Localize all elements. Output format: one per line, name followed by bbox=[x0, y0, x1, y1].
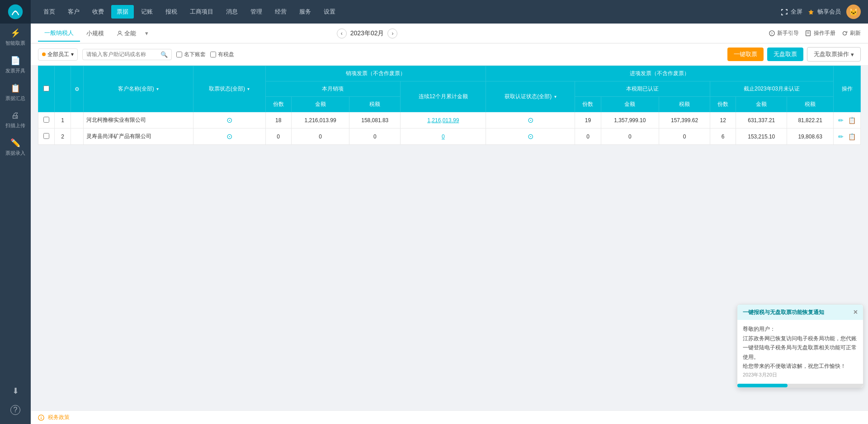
check-tax-label[interactable]: 有税盘 bbox=[210, 51, 234, 58]
tab-small-scale[interactable]: 小规模 bbox=[80, 26, 110, 41]
notification-popup: 一键报税与无盘取票功能恢复通知 × 尊敬的用户：江苏政务网已恢复访问电子税务局功… bbox=[737, 304, 863, 388]
row-recognized-fetch-status: ⊙ bbox=[486, 112, 575, 129]
row-current-count: 0 bbox=[265, 129, 291, 145]
topnav-business[interactable]: 工商项目 bbox=[184, 5, 219, 19]
tab-general-taxpayer[interactable]: 一般纳税人 bbox=[38, 25, 80, 42]
sidebar-item-download[interactable]: ⬇ bbox=[0, 381, 31, 400]
notif-close-button[interactable]: × bbox=[854, 308, 858, 316]
sidebar: ⚡ 智能取票 📄 发票开具 📋 票据汇总 🖨 扫描上传 ✏️ 票据录入 ⬇ ? bbox=[0, 0, 31, 424]
sidebar-item-scan-upload[interactable]: 🖨 扫描上传 bbox=[0, 106, 31, 133]
tab-more-arrow[interactable]: ▾ bbox=[142, 28, 151, 38]
current-period: 2023年02月 bbox=[350, 29, 384, 38]
th-current-period-recognized: 本税期已认证 bbox=[575, 81, 710, 97]
notif-scrollbar-thumb bbox=[737, 384, 788, 387]
employee-select[interactable]: 全部员工 ▾ bbox=[38, 48, 78, 61]
table-row: 2 灵寿县尚泽矿产品有限公司 ⊙ 0 0 0 0 ⊙ 0 0 0 6 153,2… bbox=[38, 129, 861, 145]
th-sales-tax: 税额 bbox=[349, 97, 401, 112]
employee-label: 全部员工 bbox=[47, 51, 69, 58]
fetch-status-filter-icon[interactable]: ▾ bbox=[247, 86, 250, 91]
check-account-label[interactable]: 名下账套 bbox=[176, 51, 206, 58]
row-select-checkbox[interactable] bbox=[43, 133, 49, 139]
scan-upload-icon: 🖨 bbox=[11, 111, 19, 120]
user-avatar[interactable]: 🐱 bbox=[846, 5, 861, 19]
topnav-customer[interactable]: 客户 bbox=[62, 5, 85, 19]
topnav-manage[interactable]: 管理 bbox=[245, 5, 268, 19]
topnav-operate[interactable]: 经营 bbox=[269, 5, 292, 19]
fetch-status-check-icon: ⊙ bbox=[226, 116, 232, 124]
cumulative-link[interactable]: 0 bbox=[442, 133, 445, 140]
row-edit-button[interactable]: ✏ bbox=[838, 133, 844, 140]
row-unrecognized-amount: 153,215.10 bbox=[736, 129, 787, 145]
row-current-amount: 1,216,013.99 bbox=[291, 112, 349, 129]
no-disk-ops-button[interactable]: 无盘取票操作 ▾ bbox=[807, 47, 861, 62]
refresh-btn[interactable]: 刷新 bbox=[842, 29, 861, 37]
notif-content-line: 尊敬的用户： bbox=[743, 324, 858, 333]
th-unrecognized-count: 份数 bbox=[710, 97, 736, 112]
topnav-home[interactable]: 首页 bbox=[38, 5, 61, 19]
select-all-checkbox[interactable] bbox=[43, 86, 49, 91]
prev-period-btn[interactable]: ‹ bbox=[337, 29, 347, 38]
next-period-btn[interactable]: › bbox=[387, 29, 397, 38]
sidebar-item-smart-fetch[interactable]: ⚡ 智能取票 bbox=[0, 24, 31, 51]
manual-btn[interactable]: 操作手册 bbox=[805, 29, 835, 37]
check-account-checkbox[interactable] bbox=[176, 52, 182, 57]
download-icon: ⬇ bbox=[12, 386, 19, 396]
row-edit-button[interactable]: ✏ bbox=[838, 117, 844, 124]
invoice-summary-icon: 📋 bbox=[10, 83, 20, 93]
sidebar-item-issue-invoice[interactable]: 📄 发票开具 bbox=[0, 51, 31, 79]
tax-policy-link[interactable]: 税务政策 bbox=[48, 414, 70, 421]
no-disk-fetch-button[interactable]: 无盘取票 bbox=[767, 48, 803, 61]
row-current-amount: 0 bbox=[291, 129, 349, 145]
vip-btn[interactable]: 畅享会员 bbox=[808, 8, 841, 16]
row-select-checkbox[interactable] bbox=[43, 117, 49, 123]
cumulative-link[interactable]: 1,216,013.99 bbox=[427, 117, 459, 124]
notif-scrollbar[interactable] bbox=[737, 384, 863, 387]
sidebar-item-invoice-entry[interactable]: ✏️ 票据录入 bbox=[0, 133, 31, 161]
row-recognized-tax: 0 bbox=[659, 129, 710, 145]
fullscreen-btn[interactable]: 全屏 bbox=[781, 8, 803, 16]
check-tax-checkbox[interactable] bbox=[210, 52, 216, 57]
sidebar-item-label: 智能取票 bbox=[5, 40, 25, 47]
row-view-button[interactable]: 📋 bbox=[848, 117, 856, 124]
row-unrecognized-count: 6 bbox=[710, 129, 736, 145]
th-settings[interactable]: ⚙ bbox=[71, 66, 84, 112]
topnav-service[interactable]: 服务 bbox=[294, 5, 316, 19]
tab-all[interactable]: 全能 bbox=[110, 26, 142, 41]
new-guide-btn[interactable]: ? 新手引导 bbox=[769, 29, 799, 37]
row-recognized-amount: 0 bbox=[601, 129, 659, 145]
row-recognized-count: 0 bbox=[575, 129, 601, 145]
filter-right: 一键取票 无盘取票 无盘取票操作 ▾ bbox=[727, 47, 861, 62]
row-checkbox[interactable] bbox=[38, 112, 55, 129]
row-cumulative: 0 bbox=[401, 129, 486, 145]
topnav-tax[interactable]: 报税 bbox=[160, 5, 183, 19]
row-checkbox[interactable] bbox=[38, 129, 55, 145]
check-tax-text: 有税盘 bbox=[218, 51, 234, 58]
row-recognized-amount: 1,357,999.10 bbox=[601, 112, 659, 129]
row-view-button[interactable]: 📋 bbox=[848, 133, 856, 140]
search-input[interactable] bbox=[86, 51, 159, 57]
th-customer-name: 客户名称(全部) ▾ bbox=[84, 66, 193, 112]
period-nav: ‹ 2023年02月 › bbox=[337, 29, 398, 38]
topnav-invoice[interactable]: 票据 bbox=[111, 5, 134, 19]
smart-fetch-icon: ⚡ bbox=[10, 28, 20, 38]
topnav-bookkeeping[interactable]: 记账 bbox=[136, 5, 158, 19]
svg-point-9 bbox=[41, 416, 41, 416]
search-icon[interactable]: 🔍 bbox=[160, 51, 168, 58]
sidebar-item-invoice-summary[interactable]: 📋 票据汇总 bbox=[0, 79, 31, 106]
topnav: 首页 客户 收费 票据 记账 报税 工商项目 消息 管理 经营 服务 设置 全屏… bbox=[31, 0, 868, 24]
notif-content-line: 给您带来的不便敬请谅解，祝您工作愉快！ bbox=[743, 362, 858, 371]
sidebar-item-label: 扫描上传 bbox=[5, 122, 25, 129]
topnav-settings[interactable]: 设置 bbox=[318, 5, 341, 19]
row-actions: ✏ 📋 bbox=[834, 129, 861, 145]
recognized-filter-icon[interactable]: ▾ bbox=[554, 94, 557, 99]
th-recognized-fetch-status: 获取认证状态(全部) ▾ bbox=[486, 81, 575, 112]
fetch-status-check-icon: ⊙ bbox=[226, 133, 232, 140]
customer-filter-icon[interactable]: ▾ bbox=[156, 86, 159, 91]
topnav-right: 全屏 畅享会员 🐱 bbox=[781, 5, 861, 19]
topnav-message[interactable]: 消息 bbox=[221, 5, 243, 19]
topnav-billing[interactable]: 收费 bbox=[87, 5, 109, 19]
filter-bar: 全部员工 ▾ 🔍 名下账套 有税盘 一键取票 无盘取票 无盘取票操作 ▾ bbox=[31, 43, 868, 66]
user-circle-icon bbox=[117, 30, 123, 37]
sidebar-item-help[interactable]: ? bbox=[0, 400, 31, 419]
one-click-fetch-button[interactable]: 一键取票 bbox=[727, 48, 764, 61]
